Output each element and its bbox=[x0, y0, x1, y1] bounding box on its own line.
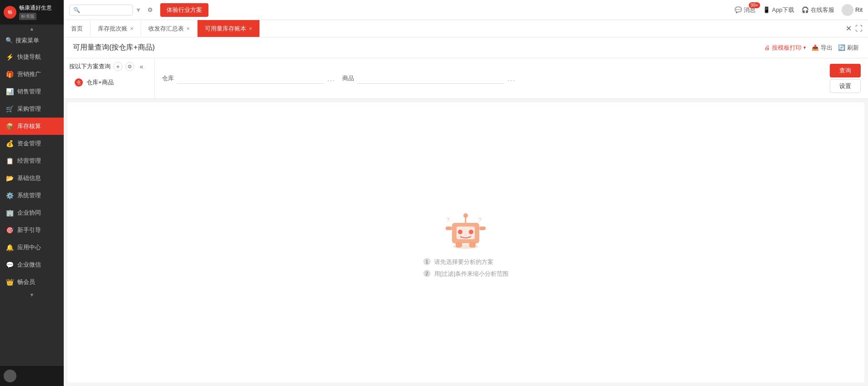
sidebar-item-wechat[interactable]: 💬 企业微信 bbox=[0, 256, 64, 273]
sidebar-item-app-center[interactable]: 🔔 应用中心 bbox=[0, 239, 64, 256]
tip-2-text: 用[过滤]条件来缩小分析范围 bbox=[434, 270, 508, 278]
settings-button[interactable]: 设置 bbox=[830, 79, 861, 93]
scheme-settings-btn[interactable]: ⚙ bbox=[125, 62, 134, 71]
tab-batch-account[interactable]: 库存批次账 × bbox=[91, 20, 141, 37]
topbar-search-box[interactable]: 🔍 bbox=[69, 5, 133, 15]
content-area: 可用量查询(按仓库+商品) 🖨 按模板打印 ▾ 📤 导出 🔄 刷新 bbox=[64, 37, 868, 386]
sidebar-item-operation[interactable]: 📋 经营管理 bbox=[0, 152, 64, 170]
enterprise-icon: 🏢 bbox=[5, 209, 14, 217]
tip-num-2: 2 bbox=[423, 270, 431, 277]
sidebar-item-label: 库存核算 bbox=[17, 122, 41, 130]
scheme-warehouse-product[interactable]: 仓 仓库+商品 bbox=[69, 75, 154, 90]
empty-tip-2: 2 用[过滤]条件来缩小分析范围 bbox=[423, 270, 508, 278]
refresh-btn[interactable]: 🔄 刷新 bbox=[838, 44, 859, 52]
tab-home-label: 首页 bbox=[71, 25, 83, 33]
print-btn-label: 按模板打印 bbox=[772, 44, 802, 52]
sales-icon: 📊 bbox=[5, 87, 14, 96]
add-scheme-btn[interactable]: + bbox=[113, 62, 122, 71]
filter-label-row: 按以下方案查询 + ⚙ « bbox=[69, 62, 154, 71]
svg-point-6 bbox=[463, 213, 468, 218]
export-btn-label: 导出 bbox=[821, 44, 832, 52]
trial-industry-button[interactable]: 体验行业方案 bbox=[160, 3, 208, 17]
refresh-icon: 🔄 bbox=[838, 44, 845, 51]
sidebar-item-basic[interactable]: 📂 基础信息 bbox=[0, 170, 64, 187]
filter-section: 按以下方案查询 + ⚙ « 仓 仓库+商品 bbox=[64, 58, 868, 99]
collapse-scheme-btn[interactable]: « bbox=[137, 62, 146, 71]
tab-close-available[interactable]: × bbox=[249, 26, 252, 32]
scheme-sidebar: 按以下方案查询 + ⚙ « 仓 仓库+商品 bbox=[64, 58, 155, 98]
svg-rect-9 bbox=[456, 242, 462, 247]
empty-robot-svg: ? ? bbox=[443, 209, 488, 250]
export-icon: 📤 bbox=[812, 44, 819, 51]
export-btn[interactable]: 📤 导出 bbox=[812, 44, 832, 52]
app-edition: 标准版 bbox=[19, 13, 36, 20]
topbar-search-input[interactable] bbox=[82, 7, 118, 13]
sidebar-search-item[interactable]: 🔍 搜索菜单 bbox=[0, 33, 64, 48]
sidebar-item-sales[interactable]: 📊 销售管理 bbox=[0, 83, 64, 100]
online-service-btn[interactable]: 🎧 在线客服 bbox=[802, 6, 834, 14]
filter-fields-area: 仓库 … 商品 … 查询 bbox=[155, 58, 868, 98]
print-template-btn[interactable]: 🖨 按模板打印 ▾ bbox=[764, 44, 806, 52]
tip-1-text: 请先选择要分析的方案 bbox=[434, 258, 493, 266]
sidebar-item-newbie[interactable]: 🎯 新手引导 bbox=[0, 221, 64, 239]
sidebar-item-member[interactable]: 👑 畅会员 bbox=[0, 273, 64, 291]
tab-home[interactable]: 首页 bbox=[64, 20, 91, 37]
tab-receive-summary[interactable]: 收发存汇总表 × bbox=[141, 20, 198, 37]
wechat-icon: 💬 bbox=[5, 261, 14, 269]
results-area: ? ? 1 请先选择要分析的方案 2 bbox=[64, 99, 868, 386]
main-area: 🔍 ▾ ⚙ 体验行业方案 💬 消息 99+ 📱 App下载 🎧 在 bbox=[64, 0, 868, 386]
sidebar-item-quick-nav[interactable]: ⚡ 快捷导航 bbox=[0, 48, 64, 66]
page-header: 可用量查询(按仓库+商品) 🖨 按模板打印 ▾ 📤 导出 🔄 刷新 bbox=[64, 37, 868, 58]
sidebar-item-label: 采购管理 bbox=[17, 105, 41, 113]
app-title: 畅康通好生意 bbox=[19, 5, 52, 12]
scheme-name: 仓库+商品 bbox=[86, 78, 114, 87]
svg-text:?: ? bbox=[478, 217, 482, 223]
sidebar-item-system[interactable]: ⚙️ 系统管理 bbox=[0, 187, 64, 204]
tab-close-batch[interactable]: × bbox=[130, 26, 133, 32]
sidebar-scroll-up[interactable]: ▲ bbox=[0, 25, 64, 33]
topbar-search-icon: 🔍 bbox=[73, 7, 80, 13]
scheme-warehouse-icon: 仓 bbox=[75, 78, 83, 87]
tabs-close-all-btn[interactable]: ✕ bbox=[846, 24, 852, 33]
product-more-btn[interactable]: … bbox=[507, 74, 515, 83]
operation-icon: 📋 bbox=[5, 157, 14, 165]
marketing-icon: 🎁 bbox=[5, 70, 14, 78]
print-icon: 🖨 bbox=[764, 44, 770, 51]
print-dropdown-icon[interactable]: ▾ bbox=[803, 45, 806, 51]
user-profile-btn[interactable]: Rit bbox=[842, 4, 863, 16]
tabs-bar: 首页 库存批次账 × 收发存汇总表 × 可用量库存账本 × ✕ ⛶ bbox=[64, 20, 868, 37]
sidebar-item-label: 企业协同 bbox=[17, 209, 41, 217]
topbar: 🔍 ▾ ⚙ 体验行业方案 💬 消息 99+ 📱 App下载 🎧 在 bbox=[64, 0, 868, 20]
empty-illustration: ? ? bbox=[438, 207, 493, 252]
sidebar-scroll-down[interactable]: ▼ bbox=[0, 291, 64, 299]
page-actions: 🖨 按模板打印 ▾ 📤 导出 🔄 刷新 bbox=[764, 44, 859, 52]
search-icon: 🔍 bbox=[5, 37, 13, 44]
warehouse-input[interactable] bbox=[177, 73, 324, 84]
app-download-btn[interactable]: 📱 App下载 bbox=[763, 6, 794, 14]
sidebar-item-purchase[interactable]: 🛒 采购管理 bbox=[0, 100, 64, 118]
sidebar-item-label: 企业微信 bbox=[17, 261, 41, 269]
sidebar-item-label: 应用中心 bbox=[17, 243, 41, 252]
quick-nav-icon: ⚡ bbox=[5, 53, 14, 61]
message-badge[interactable]: 💬 消息 99+ bbox=[735, 6, 756, 14]
sidebar-item-enterprise[interactable]: 🏢 企业协同 bbox=[0, 204, 64, 221]
sidebar-item-finance[interactable]: 💰 资金管理 bbox=[0, 135, 64, 152]
filter-results-wrapper: 按以下方案查询 + ⚙ « 仓 仓库+商品 bbox=[64, 58, 868, 386]
sidebar-user-bottom[interactable] bbox=[0, 366, 64, 386]
sidebar-item-inventory[interactable]: 📦 库存核算 bbox=[0, 118, 64, 135]
product-input[interactable] bbox=[357, 73, 504, 84]
tab-available-qty[interactable]: 可用量库存账本 × bbox=[198, 20, 260, 37]
user-avatar-small bbox=[4, 370, 16, 382]
svg-point-4 bbox=[469, 230, 473, 234]
tab-close-receive[interactable]: × bbox=[187, 26, 190, 32]
sidebar-item-marketing[interactable]: 🎁 营销推广 bbox=[0, 66, 64, 83]
sidebar-item-label: 基础信息 bbox=[17, 174, 41, 182]
topbar-dropdown-icon[interactable]: ▾ bbox=[137, 5, 140, 14]
warehouse-filter-field: 仓库 … bbox=[162, 73, 335, 84]
topbar-gear-btn[interactable]: ⚙ bbox=[144, 5, 157, 15]
query-button[interactable]: 查询 bbox=[830, 64, 861, 77]
warehouse-more-btn[interactable]: … bbox=[327, 74, 335, 83]
tabs-expand-btn[interactable]: ⛶ bbox=[855, 25, 863, 33]
finance-icon: 💰 bbox=[5, 139, 14, 148]
sidebar-item-label: 经营管理 bbox=[17, 157, 41, 165]
